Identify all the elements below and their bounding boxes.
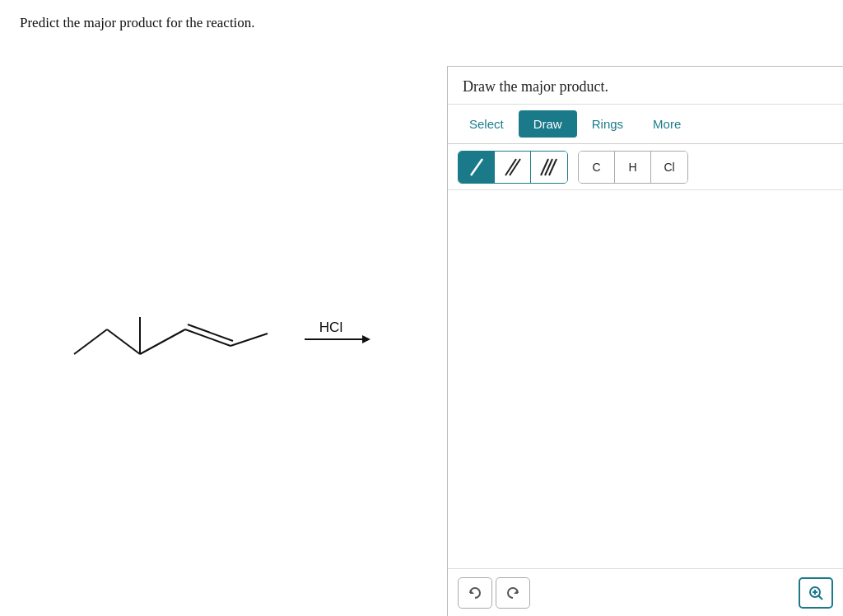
- bond-group: [458, 151, 568, 184]
- svg-line-14: [549, 159, 557, 175]
- atom-group: C H Cl: [578, 151, 688, 184]
- tab-more[interactable]: More: [638, 110, 696, 138]
- reaction-svg: HCl: [25, 239, 420, 387]
- zoom-btn[interactable]: [799, 577, 833, 609]
- svg-line-3: [140, 329, 185, 354]
- canvas-area[interactable]: [448, 223, 843, 567]
- svg-line-6: [231, 334, 268, 346]
- question-text: Predict the major product for the reacti…: [20, 15, 255, 31]
- svg-line-1: [107, 329, 140, 354]
- toolbar-tabs: Select Draw Rings More: [448, 105, 843, 144]
- tools-row: C H Cl: [448, 144, 843, 190]
- tab-draw[interactable]: Draw: [519, 110, 577, 138]
- undo-btn[interactable]: [458, 577, 492, 609]
- tab-rings[interactable]: Rings: [577, 110, 638, 138]
- double-bond-btn[interactable]: [495, 152, 531, 183]
- svg-marker-15: [470, 590, 474, 594]
- bottom-bar: [448, 568, 843, 616]
- svg-line-13: [545, 159, 552, 175]
- atom-cl-btn[interactable]: Cl: [651, 152, 687, 183]
- tab-select[interactable]: Select: [454, 110, 519, 138]
- svg-line-12: [541, 159, 548, 175]
- draw-panel-title: Draw the major product.: [448, 67, 843, 105]
- single-bond-btn[interactable]: [459, 152, 495, 183]
- triple-bond-btn[interactable]: [531, 152, 567, 183]
- reagent-label: HCl: [319, 320, 342, 335]
- svg-marker-16: [514, 590, 518, 594]
- undo-redo-group: [458, 577, 530, 609]
- atom-h-btn[interactable]: H: [615, 152, 651, 183]
- svg-marker-8: [362, 335, 370, 343]
- svg-line-20: [819, 595, 823, 600]
- molecule-area: HCl: [0, 66, 445, 560]
- atom-c-btn[interactable]: C: [579, 152, 615, 183]
- svg-line-0: [74, 329, 107, 354]
- redo-btn[interactable]: [496, 577, 530, 609]
- svg-line-9: [471, 159, 482, 175]
- draw-panel: Draw the major product. Select Draw Ring…: [447, 66, 843, 616]
